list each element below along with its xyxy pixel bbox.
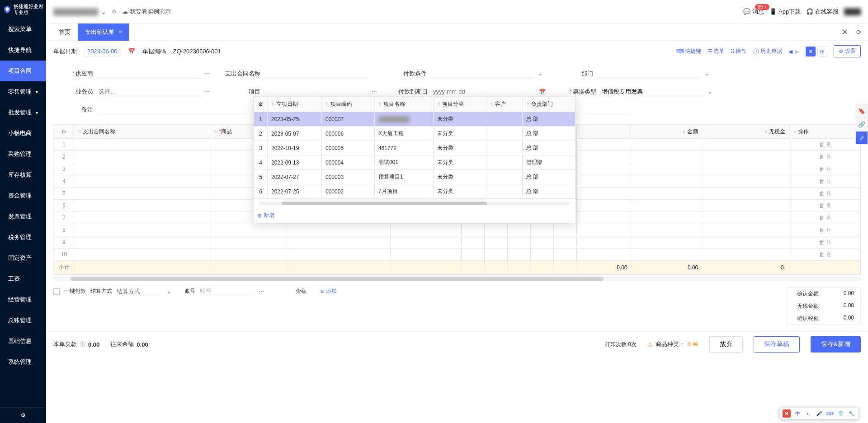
app-download-link[interactable]: 📱 App下载	[769, 8, 801, 16]
delete-icon[interactable]: 🗑	[819, 202, 825, 209]
table-row[interactable]: 9🗑⎘	[54, 236, 860, 249]
copy-icon[interactable]: ⎘	[827, 202, 830, 209]
sidebar-item[interactable]: 系统管理	[0, 352, 46, 372]
sidebar-item[interactable]: 固定资产	[0, 248, 46, 268]
supplier-input[interactable]	[97, 68, 201, 79]
sidebar-item[interactable]: 库存核算	[0, 164, 46, 185]
ellipsis-icon[interactable]: ⋯	[259, 288, 264, 295]
sidebar-item[interactable]: 快捷导航	[0, 40, 46, 61]
settle-input[interactable]	[117, 288, 162, 295]
col-header[interactable]: ⇅ 支出合同名称	[74, 125, 210, 139]
ellipsis-icon[interactable]: ⋯	[372, 89, 377, 95]
dept-input[interactable]	[597, 68, 701, 79]
popup-row[interactable]: 42022-09-13000004测试001未分类管理部	[254, 155, 576, 170]
pay-cond-input[interactable]	[430, 68, 534, 79]
popup-row[interactable]: 62022-07-250000027月项目未分类总 部	[254, 184, 576, 199]
bookmark-icon[interactable]: 🔖	[855, 104, 868, 118]
popup-col-header[interactable]: ⇅ 客户	[486, 97, 522, 112]
add-link[interactable]: ⊕ 添加	[320, 287, 337, 295]
save-new-button[interactable]: 保存&新增	[811, 336, 861, 352]
messages-link[interactable]: 💬 消息 99 +	[743, 8, 764, 16]
copy-icon[interactable]: ⎘	[827, 227, 830, 233]
sidebar-item[interactable]: 资金管理	[0, 185, 46, 206]
chevron-down-icon[interactable]: ⌄	[166, 288, 171, 295]
gear-header-icon[interactable]: ⚙	[54, 125, 74, 139]
col-header[interactable]	[576, 125, 631, 139]
calendar-icon[interactable]: 📅	[539, 89, 546, 95]
delete-icon[interactable]: 🗑	[819, 166, 825, 172]
gear-icon[interactable]: ⚙	[254, 97, 268, 112]
delete-icon[interactable]: 🗑	[819, 227, 825, 233]
sidebar-item[interactable]: 小畅电商	[0, 123, 46, 144]
chevron-down-icon[interactable]: ⌄	[538, 70, 542, 77]
copy-icon[interactable]: ⎘	[827, 141, 830, 148]
copy-icon[interactable]: ⎘	[827, 166, 830, 172]
tab-home[interactable]: 首页	[52, 24, 78, 41]
sidebar-item[interactable]: 采购管理	[0, 144, 46, 164]
chevron-down-icon[interactable]: ⌄	[704, 70, 709, 77]
tab-expense-confirm[interactable]: 支出确认单 ×	[78, 24, 129, 41]
info-icon[interactable]: ⓘ	[80, 340, 85, 348]
copy-icon[interactable]: ⎘	[827, 190, 830, 197]
refresh-icon[interactable]: ⟳	[856, 28, 862, 36]
delete-icon[interactable]: 🗑	[819, 251, 825, 258]
sidebar-item[interactable]: 税务管理	[0, 227, 46, 248]
settings-button[interactable]: ⚙ 设置	[834, 45, 861, 57]
sidebar-item[interactable]: 总账管理	[0, 310, 46, 331]
popup-col-header[interactable]: ⇅ 负责部门	[523, 97, 576, 112]
user-avatar[interactable]: ████	[844, 8, 861, 15]
sidebar-item[interactable]: 项目合同	[0, 61, 46, 81]
delete-icon[interactable]: 🗑	[819, 141, 825, 148]
copy-icon[interactable]: ⎘	[827, 251, 830, 258]
delete-icon[interactable]: 🗑	[819, 190, 825, 197]
ticket-input[interactable]	[600, 86, 704, 97]
add-new-link[interactable]: ⊕ 新增	[254, 208, 576, 223]
operation-link[interactable]: ⠿ 操作	[731, 47, 746, 55]
sidebar-item[interactable]: 经营管理	[0, 289, 46, 310]
company-switcher[interactable]: ██████████ ⌄	[53, 8, 106, 15]
copy-icon[interactable]: ⎘	[827, 154, 830, 160]
popup-col-header[interactable]: ⇅ 项目编码	[322, 97, 375, 112]
popup-row[interactable]: 32022-10-19000005461772未分类总 部	[254, 141, 576, 155]
calendar-icon[interactable]: 📅	[128, 48, 135, 55]
col-header[interactable]: ⇅ 操作	[789, 125, 860, 139]
support-link[interactable]: 🎧 在线客服	[806, 8, 839, 16]
delete-icon[interactable]: 🗑	[819, 215, 825, 221]
popup-col-header[interactable]: ⇅ 立项日期	[268, 97, 322, 112]
history-link[interactable]: 🕑 历史单据	[753, 47, 782, 55]
view-grid-icon[interactable]: ⊞	[817, 47, 827, 56]
sidebar-settings[interactable]: ⚙	[0, 407, 46, 423]
doc-date[interactable]: 2023-06-06	[84, 46, 121, 56]
shortcut-link[interactable]: ⌨ 快捷键	[676, 47, 701, 55]
acct-input[interactable]	[200, 288, 254, 295]
sidebar-item[interactable]: 批发管理▾	[0, 102, 46, 123]
popup-row[interactable]: 52022-07-27000003预算项目1未分类总 部	[254, 170, 576, 184]
popup-col-header[interactable]: ⇅ 项目分类	[434, 97, 486, 112]
expand-icon[interactable]: ⤢	[855, 131, 868, 145]
close-all-icon[interactable]: ✕	[841, 27, 848, 37]
popup-col-header[interactable]: ⇅ 项目名称	[374, 97, 433, 112]
table-row[interactable]: 8🗑⎘	[54, 224, 860, 236]
delete-icon[interactable]: 🗑	[819, 178, 825, 184]
attach-icon[interactable]: 🔗	[855, 118, 868, 131]
copy-icon[interactable]: ⎘	[827, 239, 830, 245]
sidebar-item[interactable]: 基础信息	[0, 331, 46, 352]
close-icon[interactable]: ×	[119, 28, 123, 35]
select-order-link[interactable]: ☰ 选单	[708, 47, 724, 55]
delete-icon[interactable]: 🗑	[819, 154, 825, 160]
table-row[interactable]: 10🗑⎘	[54, 249, 860, 261]
contract-name-input[interactable]	[264, 68, 368, 79]
sidebar-item[interactable]: 搜索菜单	[0, 19, 46, 40]
table-scrollbar[interactable]	[53, 277, 861, 281]
prev-icon[interactable]: ◀	[788, 48, 793, 55]
save-draft-button[interactable]: 保存草稿	[754, 336, 800, 352]
biz-input[interactable]	[97, 86, 201, 97]
sidebar-item[interactable]: 发票管理	[0, 206, 46, 227]
ime-bar[interactable]: S 中 •, 🎤 ⌨ 👕 🔧	[779, 408, 859, 419]
ellipsis-icon[interactable]: ⋯	[204, 70, 210, 77]
delete-icon[interactable]: 🗑	[819, 239, 825, 245]
sidebar-item[interactable]: 零售管理▾	[0, 81, 46, 102]
copy-icon[interactable]: ⎘	[827, 178, 830, 184]
copy-icon[interactable]: ⎘	[827, 215, 830, 221]
abandon-button[interactable]: 放弃	[709, 336, 743, 352]
